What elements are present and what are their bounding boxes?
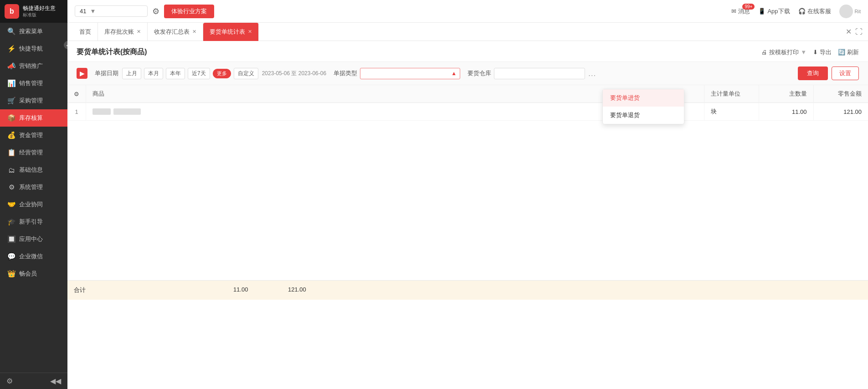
export-label: 导出 <box>820 48 832 56</box>
tab-inventory-batch[interactable]: 库存批次账 ✕ <box>98 23 148 41</box>
table-settings-icon: ⚙ <box>74 91 79 97</box>
trial-button[interactable]: 体验行业方案 <box>164 5 214 18</box>
print-icon: 🖨 <box>761 49 767 56</box>
sidebar-item-label: 基础信息 <box>19 166 43 174</box>
type-filter-input[interactable] <box>360 68 460 79</box>
dropdown-item-jinhuo[interactable]: 要货单进货 <box>603 89 684 107</box>
data-table: ⚙ 商品 主计量单位 主数量 零售金额 1 <box>67 85 868 121</box>
export-icon: ⬇ <box>813 49 818 56</box>
topbar: 41 ▼ ⚙ 体验行业方案 ✉ 消息 99+ 📱 App下载 🎧 在线客服 R <box>67 0 868 23</box>
dropdown-item-tuihuo[interactable]: 要货单退货 <box>603 107 684 124</box>
footer-unit-spacer <box>179 286 233 294</box>
refresh-button[interactable]: 🔄 刷新 <box>838 48 859 56</box>
finance-icon: 💰 <box>7 131 15 139</box>
user-avatar-item[interactable]: Rit <box>839 5 861 18</box>
export-button[interactable]: ⬇ 导出 <box>813 48 832 56</box>
sidebar-item-enterprise[interactable]: 🤝 企业协同 <box>0 196 67 213</box>
messages-item[interactable]: ✉ 消息 99+ <box>731 7 750 15</box>
page-header: 要货单统计表(按商品) 🖨 按模板打印 ▼ ⬇ 导出 🔄 刷新 <box>67 41 868 62</box>
sidebar-item-basic-info[interactable]: 🗂 基础信息 <box>0 161 67 179</box>
footer-collapse-icon[interactable]: ◀◀ <box>50 377 61 385</box>
headset-icon: 🎧 <box>798 8 806 15</box>
date-btn-more[interactable]: 更多 <box>213 69 231 78</box>
product-tag-placeholder <box>92 108 111 115</box>
table-row: 1 块 11.00 121.00 <box>67 103 868 121</box>
page-content: 要货单统计表(按商品) 🖨 按模板打印 ▼ ⬇ 导出 🔄 刷新 ▶ <box>67 41 868 389</box>
type-filter-group: 单据类型 ▲ 要货单进货 要货单退货 <box>334 68 460 79</box>
sidebar-item-system[interactable]: ⚙ 系统管理 <box>0 179 67 196</box>
date-btn-this-year[interactable]: 本年 <box>166 68 185 79</box>
tabs-end-actions: ✕ ⛶ <box>846 27 863 36</box>
sidebar-item-finance[interactable]: 💰 资金管理 <box>0 127 67 144</box>
sidebar-item-search[interactable]: 🔍 搜索菜单 <box>0 23 67 40</box>
sidebar-item-vip[interactable]: 👑 畅会员 <box>0 265 67 282</box>
footer-settings-icon[interactable]: ⚙ <box>6 377 13 385</box>
sidebar-item-sales[interactable]: 📊 销售管理 <box>0 75 67 92</box>
tab-label: 收发存汇总表 <box>154 28 190 36</box>
sidebar: b 畅捷通好生意 标准版 ◀ 🔍 搜索菜单 ⚡ 快捷导航 📣 营销推广 📊 销售… <box>0 0 67 389</box>
data-table-container: ⚙ 商品 主计量单位 主数量 零售金额 1 <box>67 85 868 121</box>
sidebar-item-apps[interactable]: 🔲 应用中心 <box>0 230 67 248</box>
tabs-close-all-icon[interactable]: ✕ <box>846 27 852 36</box>
row-amount: 121.00 <box>813 103 868 121</box>
user-avatar <box>839 5 853 18</box>
tab-label: 要货单统计表 <box>210 28 245 36</box>
date-btn-custom[interactable]: 自定义 <box>234 68 258 79</box>
sidebar-item-label: 应用中心 <box>19 235 43 243</box>
query-button[interactable]: 查询 <box>798 67 828 80</box>
tab-home[interactable]: 首页 <box>73 23 98 41</box>
operations-icon: 📋 <box>7 148 15 157</box>
purchase-icon: 🛒 <box>7 97 15 105</box>
sidebar-item-label: 采购管理 <box>19 97 43 105</box>
date-btn-this-month[interactable]: 本月 <box>144 68 163 79</box>
tab-close-icon[interactable]: ✕ <box>137 29 141 35</box>
sidebar-item-label: 企业协同 <box>19 200 43 209</box>
system-icon: ⚙ <box>7 183 15 191</box>
type-filter-label: 单据类型 <box>334 69 357 77</box>
settings-button[interactable]: 设置 <box>832 67 859 80</box>
more-filters-icon[interactable]: … <box>588 69 596 78</box>
app-name: 畅捷通好生意 标准版 <box>23 5 56 18</box>
sidebar-item-inventory[interactable]: 📦 库存核算 <box>0 109 67 127</box>
app-download-item[interactable]: 📱 App下载 <box>758 7 790 15</box>
company-selector[interactable]: 41 ▼ <box>75 5 148 17</box>
tabs-expand-icon[interactable]: ⛶ <box>855 28 863 36</box>
sidebar-item-quick-nav[interactable]: ⚡ 快捷导航 <box>0 40 67 57</box>
online-service-item[interactable]: 🎧 在线客服 <box>798 7 831 15</box>
app-download-label: App下载 <box>767 7 790 15</box>
quick-nav-icon: ⚡ <box>7 45 15 53</box>
print-template-button[interactable]: 🖨 按模板打印 ▼ <box>761 48 806 56</box>
warehouse-filter-label: 要货仓库 <box>467 69 491 77</box>
main-area: 41 ▼ ⚙ 体验行业方案 ✉ 消息 99+ 📱 App下载 🎧 在线客服 R <box>67 0 868 389</box>
table-body: 1 块 11.00 121.00 <box>67 103 868 121</box>
sales-icon: 📊 <box>7 79 15 87</box>
print-expand-icon: ▼ <box>801 49 806 56</box>
sidebar-item-wechat[interactable]: 💬 企业微信 <box>0 248 67 265</box>
sidebar-item-label: 系统管理 <box>19 183 43 191</box>
sidebar-item-operations[interactable]: 📋 经营管理 <box>0 144 67 161</box>
sidebar-item-guide[interactable]: 🎓 新手引导 <box>0 213 67 230</box>
sidebar-item-label: 企业微信 <box>19 252 43 261</box>
search-icon: 🔍 <box>7 27 15 36</box>
topbar-left: 41 ▼ ⚙ 体验行业方案 <box>75 5 214 18</box>
tab-receive-summary[interactable]: 收发存汇总表 ✕ <box>148 23 203 41</box>
col-header-settings[interactable]: ⚙ <box>67 85 86 103</box>
print-label: 按模板打印 <box>769 48 799 56</box>
topbar-right: ✉ 消息 99+ 📱 App下载 🎧 在线客服 Rit <box>731 5 861 18</box>
sidebar-item-marketing[interactable]: 📣 营销推广 <box>0 57 67 75</box>
tab-order-summary[interactable]: 要货单统计表 ✕ <box>203 23 259 41</box>
sidebar-item-label: 营销推广 <box>19 62 43 70</box>
tab-close-icon[interactable]: ✕ <box>248 29 252 35</box>
date-btn-last-7days[interactable]: 近7天 <box>188 68 210 79</box>
sidebar-item-label: 经营管理 <box>19 148 43 157</box>
sidebar-item-purchase[interactable]: 🛒 采购管理 <box>0 92 67 109</box>
date-btn-last-month[interactable]: 上月 <box>122 68 141 79</box>
sidebar-item-label: 快捷导航 <box>19 45 43 53</box>
warehouse-filter-input[interactable] <box>494 68 585 79</box>
tab-label: 库存批次账 <box>104 28 134 36</box>
inventory-icon: 📦 <box>7 114 15 122</box>
col-header-amount: 零售金额 <box>813 85 868 103</box>
topbar-gear-icon[interactable]: ⚙ <box>152 6 159 16</box>
tab-close-icon[interactable]: ✕ <box>192 29 196 35</box>
filter-expand-button[interactable]: ▶ <box>77 68 87 79</box>
